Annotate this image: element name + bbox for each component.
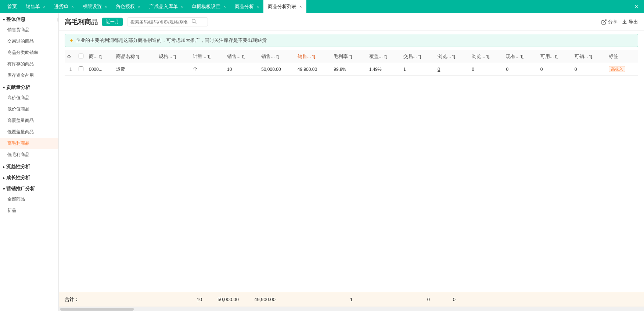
footer-total: 合计： 10 50,000.00 49,900.00 1 0 0 xyxy=(59,292,644,307)
table-header-row: ⚙ 商... ⇅ 商品名称 ⇅ 规格... ⇅ xyxy=(65,50,638,63)
sidebar-item-new-goods[interactable]: 新品 xyxy=(0,205,58,216)
scrollbar-thumb xyxy=(60,308,134,311)
row-sellable: 0 xyxy=(572,63,607,76)
export-button[interactable]: 导出 xyxy=(622,19,638,25)
close-template-settings-tab[interactable]: × xyxy=(223,4,226,9)
sidebar-group-trend[interactable]: ▸ 流趋性分析 xyxy=(0,160,58,171)
search-input[interactable] xyxy=(130,19,189,25)
col-view2-header[interactable]: 浏览... ⇅ xyxy=(469,50,504,63)
footer-sale-amount: 50,000.00 xyxy=(204,297,241,302)
top-navigation: 首页 销售单 × 进货单 × 权限设置 × 角色授权 × 产成品入库单 × 单据… xyxy=(0,0,644,13)
close-permissions-tab[interactable]: × xyxy=(105,4,107,9)
col-coverage-header[interactable]: 覆盖... ⇅ xyxy=(367,50,401,63)
col-margin-header[interactable]: 毛利率 ⇅ xyxy=(331,50,367,63)
sidebar-item-high-margin[interactable]: 高毛利商品 xyxy=(0,138,58,149)
row-current-stock: 0 xyxy=(504,63,538,76)
row-sale-profit: 49,900.00 xyxy=(295,63,332,76)
sidebar-item-high-value[interactable]: 高价值商品 xyxy=(0,92,58,104)
col-sale-profit-header[interactable]: 销售... ⇅ xyxy=(295,50,332,63)
nav-product-analysis[interactable]: 商品分析 × xyxy=(230,0,263,13)
close-product-analysis-list-tab[interactable]: × xyxy=(299,4,302,9)
select-all-checkbox[interactable] xyxy=(79,54,83,58)
nav-product-analysis-list[interactable]: 商品分析列表 × xyxy=(263,0,306,13)
chevron-down-icon: ▾ xyxy=(3,187,5,191)
col-sellable-header[interactable]: 可销... ⇅ xyxy=(572,50,607,63)
nav-permissions[interactable]: 权限设置 × xyxy=(78,0,111,13)
sidebar-group-contribution[interactable]: ▾ 贡献量分析 xyxy=(0,81,58,92)
footer-available: 0 xyxy=(432,297,458,302)
row-checkbox-cell[interactable] xyxy=(76,63,87,76)
sidebar-item-low-value[interactable]: 低价值商品 xyxy=(0,104,58,115)
close-all-button[interactable]: × xyxy=(632,3,641,10)
sidebar-group-overall[interactable]: ▾ 整体信息 xyxy=(0,13,58,24)
chevron-right-icon: ▸ xyxy=(3,165,5,169)
period-button[interactable]: 近一月 xyxy=(102,18,123,26)
sidebar-item-in-stock-goods[interactable]: 有库存的商品 xyxy=(0,58,58,70)
sidebar-item-all-goods[interactable]: 全部商品 xyxy=(0,194,58,205)
nav-template-settings[interactable]: 单据模板设置 × xyxy=(187,0,230,13)
close-product-analysis-tab[interactable]: × xyxy=(257,4,259,9)
col-name-header[interactable]: 商品名称 ⇅ xyxy=(114,50,156,63)
sidebar: « ▾ 整体信息 销售货商品 交易过的商品 商品分类助销率 有库存的商品 库存资… xyxy=(0,13,59,311)
col-settings-header[interactable]: ⚙ xyxy=(65,50,76,63)
sidebar-item-sales-goods[interactable]: 销售货商品 xyxy=(0,24,58,36)
chevron-down-icon: ▾ xyxy=(3,86,5,90)
col-tag-header[interactable]: 标签 xyxy=(607,50,638,63)
content-area: 高毛利商品 近一月 分享 xyxy=(59,13,644,311)
nav-roles[interactable]: 角色授权 × xyxy=(111,0,144,13)
row-code: 0000... xyxy=(87,63,114,76)
close-sales-tab[interactable]: × xyxy=(43,4,45,9)
sidebar-item-high-coverage[interactable]: 高覆盖量商品 xyxy=(0,115,58,126)
chevron-down-icon: ▾ xyxy=(3,18,5,22)
col-checkbox-header[interactable] xyxy=(76,50,87,63)
nav-sales[interactable]: 销售单 × xyxy=(21,0,50,13)
bottom-scrollbar[interactable] xyxy=(59,307,644,311)
row-unit: 个 xyxy=(191,63,225,76)
content-header: 高毛利商品 近一月 分享 xyxy=(59,13,644,31)
row-view1[interactable]: 0 xyxy=(435,63,469,76)
row-available: 0 xyxy=(538,63,572,76)
col-available-header[interactable]: 可用... ⇅ xyxy=(538,50,572,63)
sidebar-item-stock-capital[interactable]: 库存资金占用 xyxy=(0,70,58,81)
footer-sale-profit: 49,900.00 xyxy=(241,297,278,302)
sidebar-item-traded-goods[interactable]: 交易过的商品 xyxy=(0,36,58,47)
col-sale-amount-header[interactable]: 销售... ⇅ xyxy=(259,50,295,63)
sidebar-group-growth[interactable]: ▸ 成长性分析 xyxy=(0,171,58,182)
row-margin: 99.8% xyxy=(331,63,367,76)
row-spec xyxy=(156,63,191,76)
col-current-stock-header[interactable]: 现有... ⇅ xyxy=(504,50,538,63)
search-box xyxy=(127,17,208,26)
sidebar-item-low-margin[interactable]: 低毛利商品 xyxy=(0,149,58,160)
sidebar-group-marketing[interactable]: ▾ 营销推广分析 xyxy=(0,182,58,194)
svg-line-1 xyxy=(195,22,197,24)
sidebar-item-category-rate[interactable]: 商品分类助销率 xyxy=(0,47,58,58)
col-trade-header[interactable]: 交易... ⇅ xyxy=(401,50,435,63)
row-name: 运费 xyxy=(114,63,156,76)
row-num: 1 xyxy=(65,63,76,76)
col-sale-count-header[interactable]: 销售... ⇅ xyxy=(225,50,259,63)
footer-label: 合计： xyxy=(65,296,87,303)
share-button[interactable]: 分享 xyxy=(601,19,618,25)
col-spec-header[interactable]: 规格... ⇅ xyxy=(156,50,191,63)
footer-current-stock: 0 xyxy=(406,297,432,302)
nav-purchase[interactable]: 进货单 × xyxy=(50,0,78,13)
row-coverage: 1.49% xyxy=(367,63,401,76)
data-table: ⚙ 商... ⇅ 商品名称 ⇅ 规格... ⇅ xyxy=(65,50,638,76)
row-sale-count: 10 xyxy=(225,63,259,76)
nav-home[interactable]: 首页 xyxy=(3,0,21,13)
close-purchase-tab[interactable]: × xyxy=(71,4,73,9)
search-icon[interactable] xyxy=(191,19,197,25)
col-view1-header[interactable]: 浏览... ⇅ xyxy=(435,50,469,63)
row-sale-amount: 50,000.00 xyxy=(259,63,295,76)
main-layout: « ▾ 整体信息 销售货商品 交易过的商品 商品分类助销率 有库存的商品 库存资… xyxy=(0,13,644,311)
close-product-warehousing-tab[interactable]: × xyxy=(181,4,183,9)
info-icon: ✦ xyxy=(69,38,73,43)
col-code-header[interactable]: 商... ⇅ xyxy=(87,50,114,63)
close-roles-tab[interactable]: × xyxy=(138,4,140,9)
nav-product-warehousing[interactable]: 产成品入库单 × xyxy=(145,0,187,13)
col-unit-header[interactable]: 计量... ⇅ xyxy=(191,50,225,63)
sidebar-item-low-coverage[interactable]: 低覆盖量商品 xyxy=(0,126,58,138)
table-row: 1 0000... 运费 个 10 50,000.00 49,900.00 99… xyxy=(65,63,638,76)
row-checkbox[interactable] xyxy=(79,66,83,71)
page-title: 高毛利商品 xyxy=(65,18,98,26)
